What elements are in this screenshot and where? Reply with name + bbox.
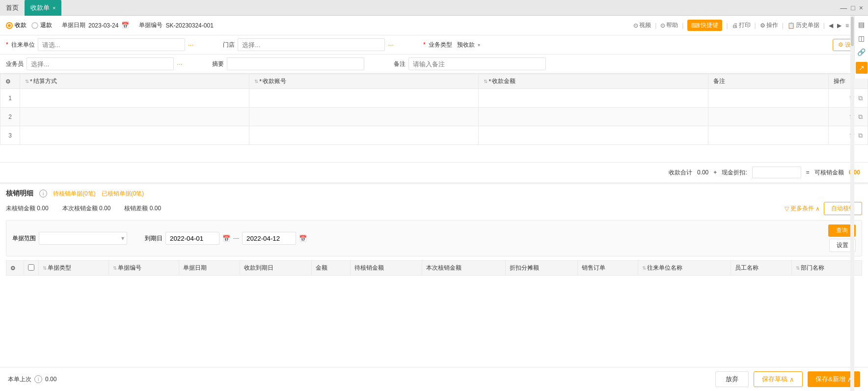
date-from-cal-icon[interactable]: 📅: [222, 235, 230, 242]
vsort-icon4[interactable]: ⇅: [796, 265, 800, 271]
window-min-icon[interactable]: —: [840, 4, 847, 12]
radio-refund[interactable]: 退款: [31, 21, 52, 29]
table-row: 1 🗑 ⧉: [0, 89, 868, 108]
sort-icon[interactable]: ⇅: [25, 79, 29, 84]
row2-copy-icon[interactable]: ⧉: [858, 113, 863, 121]
help-button[interactable]: ⊙ 帮助: [660, 21, 678, 29]
scroll-thumb[interactable]: [851, 17, 854, 46]
shortcut-button[interactable]: ⌨ 快捷键: [687, 20, 722, 31]
vsort-icon3[interactable]: ⇅: [642, 265, 646, 271]
date-from-input[interactable]: [165, 232, 219, 245]
verify-header: 核销明细 i 待核销单据(0笔) 已核销单据(0笔): [6, 189, 862, 198]
vth-current: 本次核销金额: [422, 261, 506, 276]
date-to-cal-icon[interactable]: 📅: [299, 235, 307, 242]
row3-note[interactable]: [708, 126, 828, 145]
tab-close-icon[interactable]: ×: [53, 5, 55, 11]
vsort-icon1[interactable]: ⇅: [43, 265, 47, 271]
range-select[interactable]: [39, 232, 127, 245]
select-all-checkbox[interactable]: [28, 264, 34, 271]
sort-icon2[interactable]: ⇅: [254, 79, 258, 84]
row2-amount[interactable]: [479, 108, 708, 126]
layout-list-icon[interactable]: ≡: [845, 22, 849, 29]
summary-field: 摘要: [212, 57, 364, 70]
history-button[interactable]: 📋 历史单据: [787, 21, 819, 29]
vth-no: ⇅ 单据编号: [108, 261, 179, 276]
vth-partner: ⇅ 往来单位名称: [638, 261, 731, 276]
row3-copy-icon[interactable]: ⧉: [858, 132, 863, 140]
discount-input[interactable]: [752, 167, 801, 178]
row1-note[interactable]: [708, 89, 828, 108]
sidebar-icon-link[interactable]: 🔗: [857, 48, 866, 56]
biz-type-field: * 业务类型 预收款 ▾: [423, 41, 480, 49]
sort-icon3[interactable]: ⇅: [484, 79, 488, 84]
sidebar-icon-preview[interactable]: ◫: [858, 34, 865, 42]
sidebar-icon-table[interactable]: ▤: [858, 21, 865, 28]
window-max-icon[interactable]: □: [851, 4, 855, 12]
per-entry-info-icon[interactable]: i: [34, 375, 42, 383]
vth-due: 收款到期日: [240, 261, 312, 276]
sidebar-icon-expand[interactable]: ↗: [856, 62, 868, 74]
header-right-actions: ⊙ 视频 | ⊙ 帮助 | ⌨ 快捷键 | 🖨 打印 | ⚙ 操作: [633, 20, 862, 31]
available-label: 可核销金额: [814, 168, 844, 177]
th-account: ⇅ * 收款账号: [249, 74, 479, 89]
vth-settings[interactable]: ⚙: [6, 261, 24, 276]
discount-label: 现金折扣:: [722, 168, 747, 177]
note-field: 备注: [394, 57, 546, 70]
verify-table-section: ⚙ ⇅ 单据类型 ⇅: [6, 260, 862, 276]
history-icon: 📋: [787, 22, 795, 29]
row2-note[interactable]: [708, 108, 828, 126]
row2-settlement[interactable]: [20, 108, 249, 126]
staff-input[interactable]: [27, 57, 174, 70]
row3-settlement[interactable]: [20, 126, 249, 145]
save-draft-dropdown-icon[interactable]: ∧: [789, 376, 794, 383]
row3-account[interactable]: [249, 126, 479, 145]
operation-button[interactable]: ⚙ 操作: [760, 21, 778, 29]
row3-amount[interactable]: [479, 126, 708, 145]
tab-receipt[interactable]: 收款单 ×: [25, 0, 61, 16]
main-area: 收款 退款 单据日期 2023-03-24 📅 单据编号 SK-20230324…: [0, 16, 868, 391]
note-input[interactable]: [408, 57, 546, 70]
nav-next-icon[interactable]: ▶: [837, 22, 841, 29]
print-button[interactable]: 🖨 打印: [732, 21, 751, 29]
store-input[interactable]: [238, 38, 385, 51]
radio-receipt-label: 收款: [15, 21, 27, 29]
doc-no-field: 单据编号 SK-20230324-001: [139, 21, 213, 29]
biz-type-dropdown-icon[interactable]: ▾: [478, 42, 480, 48]
window-close-icon[interactable]: ×: [859, 4, 863, 12]
doc-date-label: 单据日期: [62, 21, 85, 29]
date-to-input[interactable]: [242, 232, 296, 245]
doc-date-calendar-icon[interactable]: 📅: [121, 22, 129, 29]
pending-tab[interactable]: 待核销单据(0笔): [53, 190, 96, 198]
abandon-button[interactable]: 放弃: [715, 371, 749, 387]
scrollbar[interactable]: [850, 16, 854, 391]
staff-more-icon[interactable]: ···: [177, 60, 183, 68]
right-sidebar: ▤ ◫ 🔗 ↗: [854, 16, 868, 79]
row1-amount[interactable]: [479, 89, 708, 108]
done-tab[interactable]: 已核销单据(0笔): [102, 190, 144, 198]
plus-sign: +: [713, 169, 717, 176]
row1-settlement[interactable]: [20, 89, 249, 108]
radio-receipt[interactable]: 收款: [6, 21, 27, 29]
auto-verify-button[interactable]: 自动核销: [824, 202, 862, 215]
row1-account[interactable]: [249, 89, 479, 108]
date-dash: —: [233, 235, 239, 242]
store-more-icon[interactable]: ···: [388, 41, 394, 49]
summary-input[interactable]: [227, 57, 364, 70]
range-label: 单据范围: [12, 234, 36, 243]
row2-account[interactable]: [249, 108, 479, 126]
more-conditions-button[interactable]: ▽ 更多条件 ∧: [785, 204, 820, 213]
date-range: 📅 — 📅: [165, 232, 307, 245]
form-row1: * 往来单位 ··· 门店 ··· * 业务类型 预收款 ▾ ⚙ 设置: [0, 35, 868, 55]
verify-info-icon[interactable]: i: [39, 190, 47, 197]
tab-home[interactable]: 首页: [0, 0, 25, 16]
staff-label: 业务员: [6, 60, 24, 68]
video-button[interactable]: ⊙ 视频: [633, 21, 651, 29]
row1-copy-icon[interactable]: ⧉: [858, 94, 863, 102]
filter-row: 单据范围 ▾ 到期日 📅 — 📅: [6, 220, 862, 256]
partner-input[interactable]: [38, 38, 185, 51]
partner-more-icon[interactable]: ···: [188, 41, 194, 49]
save-draft-button[interactable]: 保存草稿 ∧: [754, 371, 803, 387]
nav-prev-icon[interactable]: ◀: [829, 22, 833, 29]
th-settings[interactable]: ⚙: [0, 74, 20, 89]
vsort-icon2[interactable]: ⇅: [113, 265, 117, 271]
